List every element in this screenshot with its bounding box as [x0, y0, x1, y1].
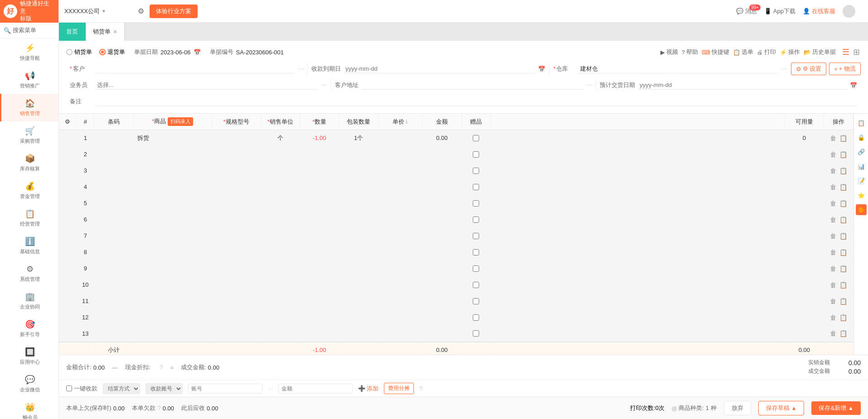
sidebar-item-quick-nav[interactable]: ⚡ 快捷导航	[0, 39, 58, 66]
row-notes[interactable]	[491, 260, 785, 277]
copy-row-btn[interactable]: 📋	[839, 150, 848, 159]
row-unit[interactable]	[261, 163, 300, 179]
row-pack-qty[interactable]	[339, 244, 378, 260]
row-spec[interactable]	[212, 277, 261, 293]
delete-row-btn[interactable]: 🗑	[829, 166, 837, 175]
payment-more-icon[interactable]: ···	[268, 385, 273, 392]
row-barcode[interactable]	[94, 244, 133, 260]
row-barcode[interactable]	[94, 179, 133, 195]
row-gift[interactable]	[461, 179, 491, 195]
select-btn[interactable]: 📋 选单	[733, 48, 753, 56]
gift-checkbox[interactable]	[473, 151, 479, 158]
payment-amount-input[interactable]	[278, 384, 353, 394]
payment-method-select[interactable]: 结算方式	[103, 383, 140, 394]
row-amount[interactable]	[422, 326, 461, 342]
row-product[interactable]	[133, 277, 212, 293]
row-spec[interactable]	[212, 260, 261, 277]
sidebar-item-basic-info[interactable]: ℹ️ 基础信息	[0, 232, 58, 260]
panel-btn-7[interactable]: 🔶	[856, 204, 867, 215]
row-product[interactable]	[133, 228, 212, 244]
panel-btn-6[interactable]: ⭐	[856, 190, 867, 201]
delete-row-btn[interactable]: 🗑	[829, 248, 837, 257]
tab-sales-order[interactable]: 销货单 ×	[86, 23, 125, 41]
row-amount[interactable]	[422, 260, 461, 277]
row-unit[interactable]	[261, 195, 300, 212]
gift-checkbox[interactable]	[473, 217, 479, 223]
delete-row-btn[interactable]: 🗑	[829, 183, 837, 192]
row-pack-qty[interactable]	[339, 179, 378, 195]
row-amount[interactable]	[422, 244, 461, 260]
row-notes[interactable]	[491, 309, 785, 326]
row-barcode[interactable]	[94, 195, 133, 212]
row-amount[interactable]	[422, 309, 461, 326]
row-price[interactable]	[378, 277, 422, 293]
th-settings[interactable]: ⚙	[59, 114, 77, 130]
row-qty[interactable]	[300, 212, 339, 228]
row-unit[interactable]	[261, 260, 300, 277]
row-price[interactable]	[378, 326, 422, 342]
row-product[interactable]	[133, 309, 212, 326]
sidebar-item-wechat[interactable]: 💬 企业微信	[0, 370, 58, 398]
row-unit[interactable]	[261, 179, 300, 195]
row-pack-qty[interactable]	[339, 228, 378, 244]
row-product[interactable]	[133, 244, 212, 260]
shortcut-btn[interactable]: ⌨ 快捷键	[702, 48, 729, 56]
row-qty[interactable]	[300, 244, 339, 260]
sidebar-item-app-center[interactable]: 🔲 应用中心	[0, 342, 58, 370]
gift-checkbox[interactable]	[473, 135, 479, 141]
row-spec[interactable]	[212, 163, 261, 179]
warehouse-input[interactable]	[578, 64, 778, 73]
copy-row-btn[interactable]: 📋	[839, 329, 848, 338]
panel-btn-4[interactable]: 📊	[856, 161, 867, 172]
online-service-button[interactable]: 👤 在线客服	[803, 7, 835, 15]
row-barcode[interactable]	[94, 260, 133, 277]
gift-checkbox[interactable]	[473, 184, 479, 190]
sidebar-item-marketing[interactable]: 📢 营销推广	[0, 66, 58, 94]
delete-row-btn[interactable]: 🗑	[829, 231, 837, 241]
sidebar-item-system[interactable]: ⚙ 系统管理	[0, 260, 58, 287]
video-btn[interactable]: ▶ 视频	[660, 48, 678, 56]
trial-button[interactable]: 体验行业方案	[150, 5, 198, 18]
logistics-button[interactable]: + + 物流	[829, 63, 861, 75]
sidebar-item-operations[interactable]: 📋 经营管理	[0, 204, 58, 232]
row-qty[interactable]	[300, 228, 339, 244]
row-gift[interactable]	[461, 163, 491, 179]
row-amount[interactable]	[422, 163, 461, 179]
row-price[interactable]	[378, 244, 422, 260]
row-amount[interactable]	[422, 228, 461, 244]
gift-checkbox[interactable]	[473, 168, 479, 174]
row-gift[interactable]	[461, 293, 491, 309]
gift-checkbox[interactable]	[473, 249, 479, 255]
view-list-btn[interactable]: ☰	[841, 46, 850, 58]
row-pack-qty[interactable]	[339, 163, 378, 179]
row-amount[interactable]	[422, 212, 461, 228]
copy-row-btn[interactable]: 📋	[839, 183, 848, 192]
row-notes[interactable]	[491, 244, 785, 260]
row-gift[interactable]	[461, 326, 491, 342]
addr-more-icon[interactable]: ···	[586, 81, 592, 89]
operate-btn[interactable]: ⚡ 操作	[780, 48, 800, 56]
row-qty[interactable]	[300, 179, 339, 195]
copy-row-btn[interactable]: 📋	[839, 215, 848, 224]
row-amount[interactable]	[422, 146, 461, 163]
add-payment-btn[interactable]: ➕ 添加	[358, 385, 378, 393]
row-unit[interactable]	[261, 309, 300, 326]
copy-row-btn[interactable]: 📋	[839, 134, 848, 143]
one-click-payment-checkbox[interactable]: 一键收款	[66, 385, 97, 393]
copy-row-btn[interactable]: 📋	[839, 264, 848, 273]
warehouse-more-icon[interactable]: ···	[781, 65, 787, 73]
delete-row-btn[interactable]: 🗑	[829, 199, 837, 208]
row-gift[interactable]	[461, 146, 491, 163]
price-info-icon[interactable]: ℹ	[406, 119, 408, 125]
panel-btn-1[interactable]: 📋	[856, 117, 867, 128]
row-notes[interactable]	[491, 179, 785, 195]
sidebar-item-member[interactable]: 👑 畅会员	[0, 398, 58, 419]
abandon-button[interactable]: 放弃	[724, 401, 751, 415]
row-amount[interactable]	[422, 277, 461, 293]
delete-row-btn[interactable]: 🗑	[829, 150, 837, 159]
copy-row-btn[interactable]: 📋	[839, 166, 848, 175]
gift-checkbox[interactable]	[473, 298, 479, 304]
row-price[interactable]	[378, 293, 422, 309]
sidebar-item-purchase[interactable]: 🛒 采购管理	[0, 121, 58, 149]
tab-home[interactable]: 首页	[59, 23, 86, 41]
